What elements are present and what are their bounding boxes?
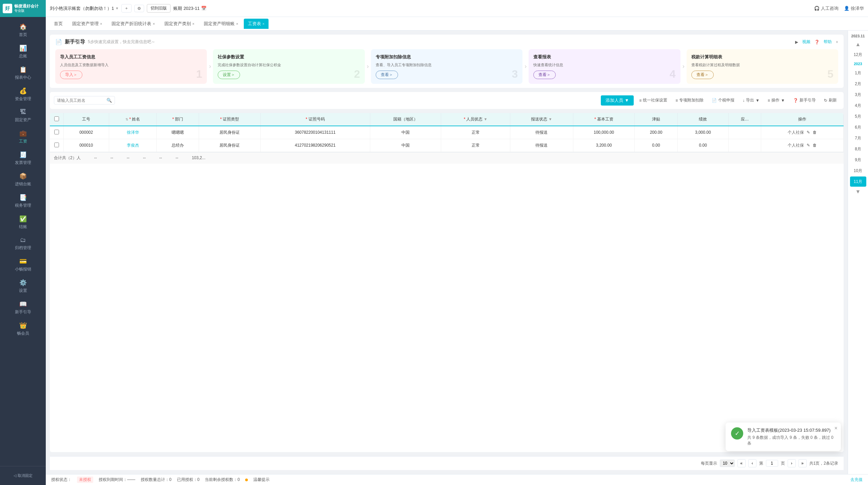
export-btn[interactable]: ↓ 导出 ▼ (740, 96, 762, 105)
row1-checkbox[interactable] (54, 130, 59, 134)
switch-version-btn[interactable]: 切到旧版 (147, 4, 171, 13)
page-input[interactable] (766, 460, 778, 467)
td-submit-status-1: 待报送 (510, 126, 573, 139)
sidebar-item-reports-label: 报表中心 (15, 75, 31, 80)
calendar-up-icon[interactable]: ▲ (854, 40, 862, 49)
row2-name-link[interactable]: 李俊杰 (127, 143, 139, 148)
tab-fixed-category[interactable]: 固定资产类别 × (160, 19, 198, 29)
calendar-month-5[interactable]: 5月 (850, 111, 866, 122)
sidebar-item-inventory[interactable]: 📦 进销台账 (0, 169, 46, 190)
video-icon: ▶ (795, 40, 798, 44)
submit-status-filter-icon[interactable]: ▼ (548, 117, 552, 121)
row1-delete-icon[interactable]: 🗑 (813, 130, 817, 135)
next-page-btn[interactable]: › (788, 459, 796, 467)
last-page-btn[interactable]: » (798, 459, 807, 467)
sidebar-item-salary[interactable]: 💼 工资 (0, 126, 46, 148)
total-people: 合计共（2）人 (54, 155, 81, 161)
sidebar-item-reports[interactable]: 📋 报表中心 (0, 62, 46, 84)
tab-salary-close[interactable]: × (262, 22, 264, 26)
sort-icon[interactable]: ⇅ (125, 117, 128, 121)
sidebar-item-guide[interactable]: 📖 新手引导 (0, 297, 46, 318)
calendar-month-2[interactable]: 2月 (850, 79, 866, 89)
sidebar-item-archive[interactable]: 🗂 归档管理 (0, 233, 46, 254)
row2-action-label[interactable]: 个人社保 (788, 143, 804, 148)
tab-fixed-assets[interactable]: 固定资产管理 × (68, 19, 106, 29)
sidebar-item-home[interactable]: 🏠 首页 (0, 20, 46, 41)
tab-fixed-detail[interactable]: 固定资产明细账 × (200, 19, 242, 29)
th-id-number: * 证照号码 (260, 113, 370, 126)
tab-fixed-detail-close[interactable]: × (236, 22, 238, 26)
video-label[interactable]: 视频 (802, 39, 810, 45)
calendar-month-10[interactable]: 10月 (850, 166, 866, 176)
tab-fixed-category-close[interactable]: × (192, 22, 194, 26)
sidebar: 好 畅捷通好会计 专业版 🏠 首页 📊 总账 📋 报表中心 💰 资金管理 🏗 固… (0, 0, 46, 485)
special-deduction-btn[interactable]: ≡ 专项附加扣除 (673, 96, 706, 105)
step1-btn[interactable]: 导入＞ (60, 71, 82, 79)
row2-delete-icon[interactable]: 🗑 (813, 143, 817, 148)
sidebar-item-expense[interactable]: 💳 小畅报销 (0, 254, 46, 276)
sidebar-item-settlement[interactable]: ✅ 结账 (0, 212, 46, 233)
user-profile[interactable]: 👤 徐泽华 (844, 5, 864, 12)
step2-btn[interactable]: 设置＞ (218, 71, 240, 79)
settings-btn[interactable]: ⚙ (134, 5, 144, 12)
row1-edit-icon[interactable]: ✎ (807, 130, 810, 135)
calendar-month-8[interactable]: 8月 (850, 144, 866, 154)
account-selector[interactable]: 刘小艳演示账套（勿删勿动！）1 ▼ (50, 5, 119, 12)
step3-btn[interactable]: 查看＞ (376, 71, 398, 79)
operations-btn[interactable]: ≡ 操作 ▼ (765, 96, 788, 105)
add-person-btn[interactable]: 添加人员 ▼ (601, 95, 634, 106)
calendar-month-3[interactable]: 3月 (850, 90, 866, 100)
row2-edit-icon[interactable]: ✎ (807, 143, 810, 148)
sidebar-item-funds[interactable]: 💰 资金管理 (0, 84, 46, 105)
calendar-month-4[interactable]: 4月 (850, 100, 866, 111)
new-guide-btn[interactable]: ❓ 新手引导 (790, 96, 818, 105)
sidebar-item-invoicing[interactable]: 🧾 发票管理 (0, 148, 46, 169)
toast-close-btn[interactable]: × (834, 425, 837, 431)
help-label[interactable]: 帮助 (824, 39, 832, 45)
social-insurance-btn[interactable]: ≡ 统一社保设置 (636, 96, 670, 105)
search-input[interactable] (57, 98, 104, 103)
sidebar-item-settings[interactable]: ⚙️ 设置 (0, 276, 46, 297)
ai-consult-btn[interactable]: 🎧 人工咨询 (814, 5, 839, 12)
step4-btn[interactable]: 查看＞ (533, 71, 556, 79)
first-page-btn[interactable]: « (737, 459, 746, 467)
calendar-month-6[interactable]: 6月 (850, 122, 866, 132)
page-label-2: 页 (781, 461, 785, 466)
expire-label: 授权到期时间：—— (99, 477, 135, 483)
calendar-month-9[interactable]: 9月 (850, 155, 866, 165)
calendar-month-7[interactable]: 7月 (850, 133, 866, 143)
row2-checkbox[interactable] (54, 143, 59, 147)
cancel-pin-btn[interactable]: ◁ 取消固定 (0, 470, 46, 482)
calendar-month-12[interactable]: 12月 (850, 50, 866, 60)
calendar-month-1[interactable]: 1月 (850, 68, 866, 78)
guide-step-1: 导入员工工资信息 人员信息及工资数据新增导入 导入＞ 1 (55, 49, 207, 84)
prev-page-btn[interactable]: ‹ (748, 459, 756, 467)
charge-link[interactable]: 去充值 (850, 477, 863, 483)
tab-home[interactable]: 首页 (50, 19, 67, 29)
refresh-btn[interactable]: ↻ 刷新 (821, 96, 840, 105)
sidebar-item-member-label: 畅会员 (17, 331, 29, 336)
add-account-btn[interactable]: ＋ (121, 4, 132, 13)
sidebar-item-fixed-assets[interactable]: 🏗 固定资产 (0, 105, 46, 126)
step-arrow-4: › (680, 49, 687, 84)
personal-tax-btn[interactable]: 📄 个税申报 (709, 96, 737, 105)
sidebar-item-general-ledger[interactable]: 📊 总账 (0, 41, 46, 62)
row1-name-link[interactable]: 徐泽华 (127, 130, 139, 135)
tab-fixed-depreciation[interactable]: 固定资产折旧统计表 × (107, 19, 159, 29)
tab-fixed-depreciation-close[interactable]: × (153, 22, 155, 26)
th-applicable: 应… (728, 113, 761, 126)
calendar-down-icon[interactable]: ▼ (854, 187, 862, 196)
tab-fixed-assets-close[interactable]: × (100, 22, 102, 26)
per-page-select[interactable]: 10 20 50 (720, 460, 735, 467)
step5-btn[interactable]: 查看＞ (691, 71, 714, 79)
tab-salary[interactable]: 工资表 × (244, 19, 269, 29)
sidebar-item-member[interactable]: 👑 畅会员 (0, 318, 46, 340)
staff-status-filter-icon[interactable]: ▼ (484, 117, 487, 121)
sidebar-item-expense-label: 小畅报销 (15, 266, 31, 272)
sidebar-item-settings-label: 设置 (19, 288, 27, 294)
row1-action-label[interactable]: 个人社保 (788, 130, 804, 135)
guide-close-btn[interactable]: × (836, 40, 838, 44)
sidebar-item-tax[interactable]: 📑 税务管理 (0, 190, 46, 212)
calendar-month-11[interactable]: 11月 (850, 176, 866, 187)
select-all-checkbox[interactable] (54, 116, 59, 121)
